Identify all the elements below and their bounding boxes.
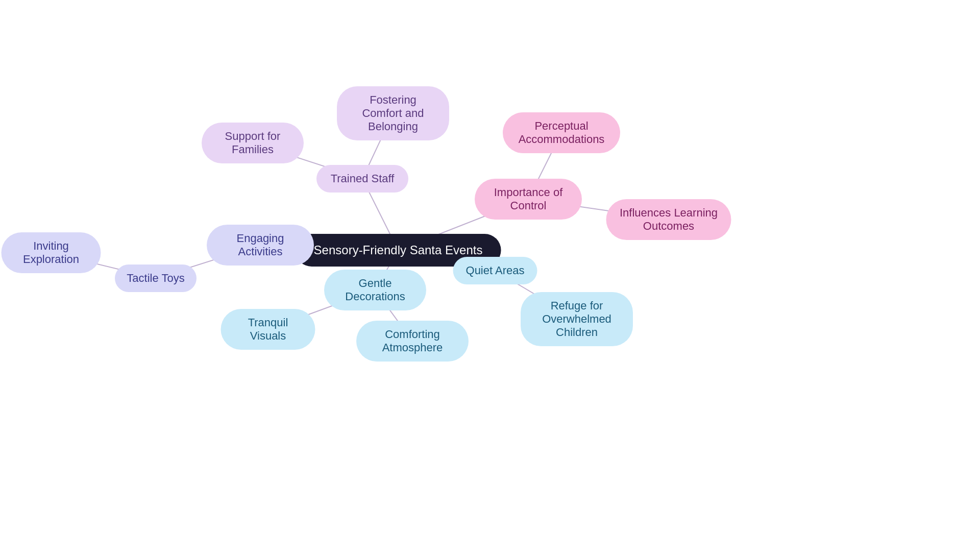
node-importance-control: Importance of Control <box>475 179 582 220</box>
node-trained-staff: Trained Staff <box>316 165 408 193</box>
node-inviting-exploration: Inviting Exploration <box>2 232 101 273</box>
node-tranquil-visuals: Tranquil Visuals <box>221 309 315 350</box>
node-influences-learning: Influences Learning Outcomes <box>606 199 731 240</box>
node-quiet-areas: Quiet Areas <box>453 257 537 284</box>
node-engaging-activities: Engaging Activities <box>207 225 314 266</box>
node-gentle-decorations: Gentle Decorations <box>324 270 426 310</box>
node-perceptual: Perceptual Accommodations <box>503 112 620 153</box>
node-fostering: Fostering Comfort and Belonging <box>337 86 449 140</box>
node-refuge: Refuge for Overwhelmed Children <box>521 292 633 346</box>
mindmap-canvas: Sensory-Friendly Santa EventsFostering C… <box>0 0 980 553</box>
node-support-families: Support for Families <box>202 123 304 163</box>
node-tactile-toys: Tactile Toys <box>115 265 197 292</box>
node-comforting-atmosphere: Comforting Atmosphere <box>356 321 469 362</box>
